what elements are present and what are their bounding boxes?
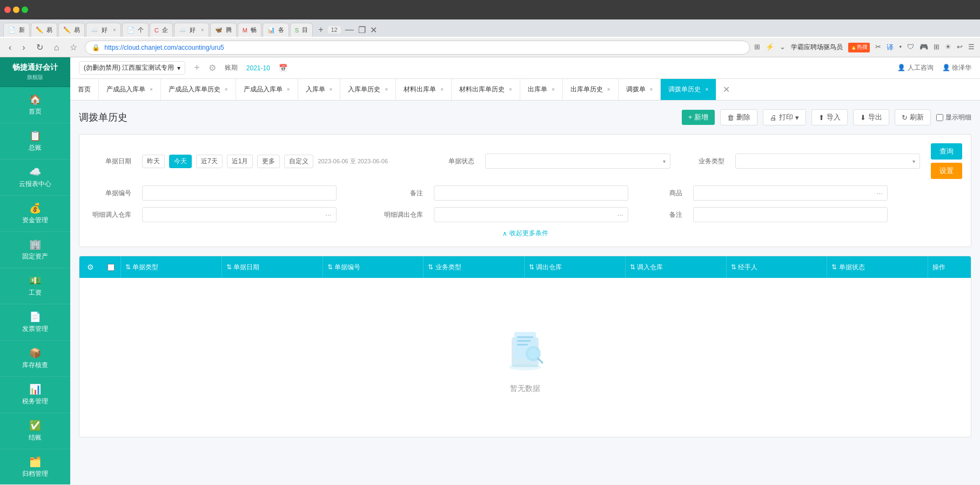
- th-checkbox[interactable]: [101, 264, 120, 271]
- tab-inbound-history-close[interactable]: ×: [385, 87, 388, 92]
- address-bar[interactable]: 🔒 https://cloud.chanjet.com/accounting/u…: [85, 41, 750, 55]
- tab-transfer-close[interactable]: ×: [650, 87, 653, 92]
- tab-out-history-close[interactable]: ×: [607, 87, 610, 92]
- detail-note-input[interactable]: [693, 207, 888, 222]
- date-btn-7days[interactable]: 近7天: [196, 155, 223, 168]
- doc-number-input[interactable]: [142, 185, 337, 201]
- browser-tab-8[interactable]: M畅: [238, 23, 261, 37]
- tab-home[interactable]: 首页: [70, 79, 99, 101]
- browser-tab-0[interactable]: 📄新: [3, 23, 30, 37]
- tab-material-out-history-close[interactable]: ×: [509, 87, 512, 92]
- service-label[interactable]: 👤 人工咨询: [897, 63, 933, 72]
- detail-out-select[interactable]: ···: [434, 207, 628, 222]
- tab-material-out-history[interactable]: 材料出库单历史 ×: [452, 79, 520, 101]
- window-maximize-btn[interactable]: [22, 6, 28, 13]
- calendar-icon[interactable]: 📅: [279, 64, 287, 72]
- star-btn[interactable]: ☆: [66, 41, 80, 54]
- browser-tab-2[interactable]: ✏️易: [58, 23, 85, 37]
- sidebar-item-tax[interactable]: 📊 税务管理: [0, 377, 70, 413]
- tab-transfer[interactable]: 调拨单 ×: [619, 79, 661, 101]
- tab-bar-close-btn[interactable]: ✕: [719, 84, 734, 95]
- collapse-btn[interactable]: ∧ 收起更多条件: [502, 229, 548, 238]
- restore-btn[interactable]: ❐: [358, 25, 366, 35]
- refresh-btn[interactable]: ↻ 刷新: [895, 109, 931, 125]
- browser-tab-6[interactable]: ☁️好×: [174, 23, 209, 37]
- tab-product-inbound-2-close[interactable]: ×: [287, 87, 290, 92]
- tab-transfer-history[interactable]: 调拨单历史 ×: [661, 79, 716, 101]
- extensions-icon[interactable]: ⊞: [754, 43, 760, 52]
- sidebar-item-reports[interactable]: ☁️ 云报表中心: [0, 160, 70, 196]
- menu-icon[interactable]: ☰: [968, 43, 975, 52]
- window-minimize-btn[interactable]: [13, 6, 19, 13]
- status-filter-select[interactable]: ▾: [485, 154, 670, 169]
- minimize-btn[interactable]: —: [345, 25, 354, 35]
- game-icon[interactable]: 🎮: [919, 43, 928, 52]
- back-btn[interactable]: ‹: [5, 42, 15, 54]
- browser-tab-7[interactable]: 🦋腾: [210, 23, 237, 37]
- company-selector[interactable]: (勿删勿禁用) 江西服宝测试专用 ▾: [79, 61, 185, 75]
- tab-product-inbound-2[interactable]: 产成品入库单 ×: [236, 79, 298, 101]
- date-btn-yesterday[interactable]: 昨天: [142, 155, 165, 168]
- browser-tab-3[interactable]: ☁️好×: [86, 23, 121, 37]
- browser-tab-9[interactable]: 📊各: [263, 23, 289, 37]
- goods-more-icon[interactable]: ···: [876, 189, 883, 197]
- more-icon[interactable]: •: [899, 43, 902, 52]
- tab-transfer-history-close[interactable]: ×: [705, 87, 708, 92]
- tab-product-inbound-history[interactable]: 产成品入库单历史 ×: [161, 79, 236, 101]
- sidebar-item-payroll[interactable]: 💵 工资: [0, 268, 70, 304]
- new-tab-btn[interactable]: +: [318, 25, 323, 35]
- query-btn[interactable]: 查询: [931, 143, 962, 160]
- browser-tab-5[interactable]: C企: [150, 23, 173, 37]
- sidebar-item-assets[interactable]: 🏢 固定资产: [0, 232, 70, 268]
- tab-out-close[interactable]: ×: [552, 87, 555, 92]
- date-btn-1month[interactable]: 近1月: [227, 155, 253, 168]
- home-btn[interactable]: ⌂: [51, 42, 63, 54]
- display-checkbox[interactable]: [936, 114, 943, 121]
- tab-material-out[interactable]: 材料出库单 ×: [396, 79, 452, 101]
- tab-product-inbound-close[interactable]: ×: [150, 87, 153, 92]
- goods-filter-select[interactable]: ···: [693, 185, 888, 201]
- export-btn[interactable]: ⬇ 导出: [853, 109, 889, 125]
- sidebar-item-archive[interactable]: 🗂️ 归档管理: [0, 449, 70, 484]
- th-settings[interactable]: ⚙: [79, 263, 101, 271]
- sidebar-item-inventory[interactable]: 📦 库存核查: [0, 341, 70, 377]
- lightning-icon[interactable]: ⚡: [766, 43, 774, 52]
- date-btn-more[interactable]: 更多: [257, 155, 280, 168]
- select-all-checkbox[interactable]: [108, 264, 115, 271]
- dropdown-icon[interactable]: ⌄: [780, 43, 786, 52]
- sun-icon[interactable]: ☀: [945, 43, 951, 52]
- detail-in-select[interactable]: ···: [142, 207, 337, 222]
- print-btn[interactable]: 🖨 打印 ▾: [763, 109, 806, 125]
- date-btn-custom[interactable]: 自定义: [284, 155, 313, 168]
- tab-material-out-close[interactable]: ×: [440, 87, 444, 92]
- biz-type-filter-select[interactable]: ▾: [735, 154, 920, 169]
- new-btn[interactable]: + 新增: [682, 110, 715, 125]
- browser-tab-1[interactable]: ✏️易: [31, 23, 57, 37]
- refresh-btn[interactable]: ↻: [33, 41, 46, 54]
- period-value[interactable]: 2021-10: [246, 64, 270, 72]
- grid-icon[interactable]: ⊞: [934, 43, 939, 52]
- import-btn[interactable]: ⬆ 导入: [811, 109, 848, 125]
- tab-product-inbound-history-close[interactable]: ×: [225, 87, 228, 92]
- window-close-btn[interactable]: [4, 6, 11, 13]
- shield-icon[interactable]: 🛡: [907, 43, 914, 52]
- browser-tab-10[interactable]: S目: [290, 23, 313, 37]
- sidebar-item-invoice[interactable]: 📄 发票管理: [0, 304, 70, 341]
- detail-out-more-icon[interactable]: ···: [617, 210, 623, 219]
- tab-inbound[interactable]: 入库单 ×: [298, 79, 341, 101]
- undo-icon[interactable]: ↩: [957, 43, 963, 52]
- cut-icon[interactable]: ✂: [875, 43, 881, 52]
- translate-icon[interactable]: 译: [887, 43, 894, 52]
- sidebar-item-funds[interactable]: 💰 资金管理: [0, 196, 70, 232]
- browser-tab-4[interactable]: 📄个: [122, 23, 149, 37]
- add-company-btn[interactable]: +: [194, 62, 200, 74]
- sidebar-item-close[interactable]: ✅ 结账: [0, 413, 70, 449]
- filter-settings-btn[interactable]: 设置: [931, 163, 962, 179]
- date-btn-today[interactable]: 今天: [169, 155, 192, 168]
- close-btn[interactable]: ✕: [370, 25, 377, 35]
- sidebar-item-ledger[interactable]: 📋 总账: [0, 123, 70, 160]
- tab-product-inbound[interactable]: 产成品入库单 ×: [99, 79, 161, 101]
- detail-in-more-icon[interactable]: ···: [325, 210, 332, 219]
- tab-out[interactable]: 出库单 ×: [520, 79, 563, 101]
- sidebar-item-home[interactable]: 🏠 首页: [0, 87, 70, 123]
